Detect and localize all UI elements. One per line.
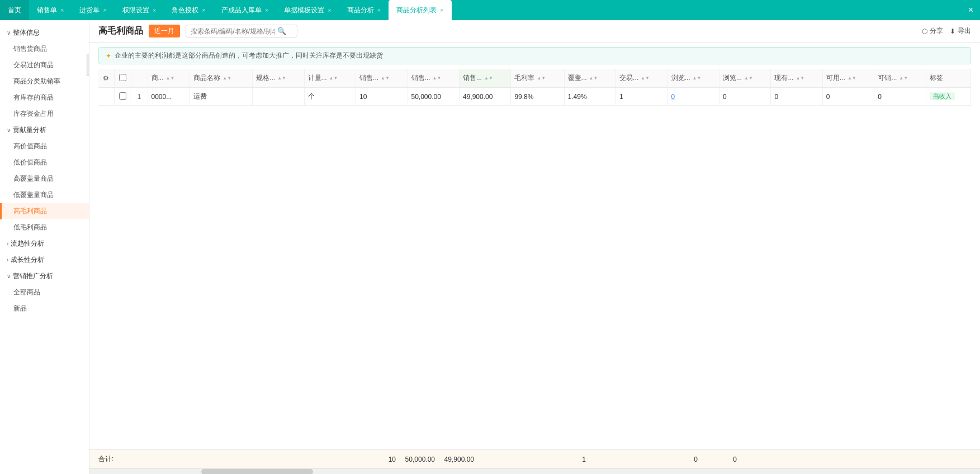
column-code: 商... ▲▼ bbox=[148, 69, 190, 88]
sidebar-group-growth[interactable]: › 成长性分析 bbox=[0, 252, 89, 268]
top-navigation: 首页 销售单 × 进货单 × 权限设置 × 角色授权 × 产成品入库单 × 单据… bbox=[0, 0, 980, 20]
footer-transaction: 1 bbox=[550, 456, 589, 463]
expand-icon: ∨ bbox=[7, 273, 11, 279]
select-all-checkbox[interactable] bbox=[119, 74, 126, 81]
row-checkbox[interactable] bbox=[119, 92, 126, 100]
close-icon[interactable]: × bbox=[328, 7, 331, 13]
nav-item-template[interactable]: 单据模板设置 × bbox=[276, 0, 339, 20]
expand-icon: › bbox=[7, 257, 8, 263]
sort-icon[interactable]: ▲▼ bbox=[589, 76, 598, 81]
cell-coverage: 1.49% bbox=[564, 88, 616, 106]
window-close-button[interactable]: × bbox=[968, 5, 980, 15]
sort-icon[interactable]: ▲▼ bbox=[166, 76, 175, 81]
sidebar-item-category-rate[interactable]: 商品分类助销率 bbox=[0, 73, 89, 90]
column-browse2: 浏览... ▲▼ bbox=[719, 69, 770, 88]
cell-name: 运费 bbox=[190, 88, 253, 106]
sort-icon[interactable]: ▲▼ bbox=[277, 76, 286, 81]
sidebar-item-high-coverage[interactable]: 高覆盖量商品 bbox=[0, 171, 89, 187]
column-transaction: 交易... ▲▼ bbox=[616, 69, 667, 88]
nav-item-sales[interactable]: 销售单 × bbox=[29, 0, 72, 20]
tag-badge: 高收入 bbox=[930, 92, 955, 100]
browse1-link[interactable]: 0 bbox=[671, 93, 675, 101]
page-title: 高毛利商品 bbox=[98, 25, 143, 37]
header-actions: ⬡ 分享 ⬇ 导出 bbox=[922, 26, 971, 36]
sort-icon[interactable]: ▲▼ bbox=[796, 76, 804, 81]
nav-item-permission[interactable]: 权限设置 × bbox=[115, 0, 164, 20]
nav-item-home[interactable]: 首页 bbox=[0, 0, 29, 20]
gear-icon[interactable]: ⚙ bbox=[103, 74, 109, 82]
sort-icon[interactable]: ▲▼ bbox=[899, 76, 908, 81]
close-icon[interactable]: × bbox=[153, 7, 156, 13]
star-icon: ✦ bbox=[106, 52, 111, 60]
cell-saleable: 0 bbox=[874, 88, 926, 106]
close-icon[interactable]: × bbox=[377, 7, 381, 13]
footer-sales-qty: 10 bbox=[360, 456, 399, 463]
sidebar-item-all-goods[interactable]: 全部商品 bbox=[0, 284, 89, 301]
column-saleable: 可销... ▲▼ bbox=[874, 69, 926, 88]
nav-item-purchase[interactable]: 进货单 × bbox=[72, 0, 114, 20]
nav-item-product-warehouse[interactable]: 产成品入库单 × bbox=[214, 0, 276, 20]
cell-tag: 高收入 bbox=[926, 88, 970, 106]
cell-sales-profit: 49,900.00 bbox=[459, 88, 510, 106]
close-icon[interactable]: × bbox=[60, 7, 64, 13]
nav-item-product-analysis[interactable]: 商品分析 × bbox=[339, 0, 389, 20]
cell-sales-amt: 50,000.00 bbox=[408, 88, 459, 106]
column-settings[interactable]: ⚙ bbox=[98, 69, 114, 88]
sort-icon[interactable]: ▲▼ bbox=[381, 76, 390, 81]
column-sales-qty: 销售... ▲▼ bbox=[356, 69, 408, 88]
sidebar-item-high-value[interactable]: 高价值商品 bbox=[0, 138, 89, 154]
sort-icon[interactable]: ▲▼ bbox=[222, 76, 231, 81]
sidebar-item-high-margin[interactable]: 高毛利商品 bbox=[0, 203, 89, 219]
sidebar-group-overall[interactable]: ∨ 整体信息 bbox=[0, 25, 89, 41]
sidebar-item-sales-goods[interactable]: 销售货商品 bbox=[0, 41, 89, 57]
sidebar-item-in-stock[interactable]: 有库存的商品 bbox=[0, 90, 89, 106]
nav-item-product-analysis-list[interactable]: 商品分析列表 × bbox=[389, 0, 451, 20]
sidebar-item-low-coverage[interactable]: 低覆盖量商品 bbox=[0, 187, 89, 203]
cell-num: 1 bbox=[131, 88, 148, 106]
nav-item-role[interactable]: 角色授权 × bbox=[164, 0, 213, 20]
sidebar-item-low-value[interactable]: 低价值商品 bbox=[0, 154, 89, 171]
horizontal-scrollbar[interactable] bbox=[89, 468, 980, 474]
sidebar-item-low-margin[interactable]: 低毛利商品 bbox=[0, 219, 89, 236]
main-layout: « ∨ 整体信息 销售货商品 交易过的商品 商品分类助销率 有库存的商品 库存资… bbox=[0, 20, 980, 474]
column-available: 可用... ▲▼ bbox=[822, 69, 874, 88]
footer-sales-profit: 49,900.00 bbox=[438, 456, 477, 463]
sort-icon[interactable]: ▲▼ bbox=[641, 76, 650, 81]
sort-icon[interactable]: ▲▼ bbox=[848, 76, 856, 81]
sort-icon[interactable]: ▲▼ bbox=[537, 76, 546, 81]
sidebar-group-trend[interactable]: › 流趋性分析 bbox=[0, 236, 89, 252]
column-current-stock: 现有... ▲▼ bbox=[771, 69, 822, 88]
close-icon[interactable]: × bbox=[202, 7, 205, 13]
sidebar-collapse-button[interactable]: « bbox=[87, 54, 89, 76]
sort-icon[interactable]: ▲▼ bbox=[484, 76, 493, 81]
cell-gross-margin: 99.8% bbox=[511, 88, 564, 106]
footer-sales-amt: 50,000.00 bbox=[399, 456, 438, 463]
sort-icon[interactable]: ▲▼ bbox=[329, 76, 338, 81]
table-wrapper: ⚙ 商... ▲▼ bbox=[89, 69, 980, 449]
search-icon[interactable]: 🔍 bbox=[277, 27, 286, 35]
sort-icon[interactable]: ▲▼ bbox=[433, 76, 442, 81]
search-input[interactable] bbox=[191, 27, 274, 35]
sort-icon[interactable]: ▲▼ bbox=[744, 76, 753, 81]
sort-icon[interactable]: ▲▼ bbox=[693, 76, 702, 81]
close-icon[interactable]: × bbox=[103, 7, 106, 13]
sidebar-item-new-goods[interactable]: 新品 bbox=[0, 301, 89, 317]
table-header-row: ⚙ 商... ▲▼ bbox=[98, 69, 971, 88]
data-table: ⚙ 商... ▲▼ bbox=[98, 69, 971, 106]
export-button[interactable]: ⬇ 导出 bbox=[950, 26, 971, 36]
expand-icon: ∨ bbox=[7, 127, 11, 133]
sidebar-group-contribution[interactable]: ∨ 贡献量分析 bbox=[0, 122, 89, 138]
expand-icon: ∨ bbox=[7, 30, 11, 36]
share-icon: ⬡ bbox=[922, 27, 927, 35]
close-icon[interactable]: × bbox=[265, 7, 268, 13]
sidebar-item-traded-goods[interactable]: 交易过的商品 bbox=[0, 57, 89, 73]
sidebar-item-stock-capital[interactable]: 库存资金占用 bbox=[0, 106, 89, 122]
footer-current-stock: 0 bbox=[662, 456, 701, 463]
cell-checkbox bbox=[114, 88, 131, 106]
sidebar-group-marketing[interactable]: ∨ 营销推广分析 bbox=[0, 268, 89, 284]
footer-total: 合计: 10 50,000.00 49,900.00 1 0 0 bbox=[89, 449, 980, 468]
period-button[interactable]: 近一月 bbox=[149, 25, 180, 37]
column-gross-margin: 毛利率 ▲▼ bbox=[511, 69, 564, 88]
close-icon[interactable]: × bbox=[440, 7, 443, 13]
share-button[interactable]: ⬡ 分享 bbox=[922, 26, 943, 36]
